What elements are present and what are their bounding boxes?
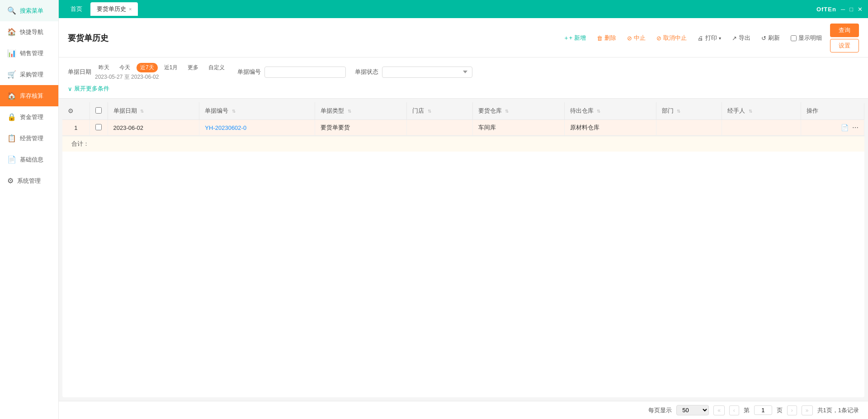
sales-icon: 📊 xyxy=(7,49,16,57)
sidebar: 🔍 搜索菜单 🏠 快捷导航 📊 销售管理 🛒 采购管理 🏠 库存核算 🔒 资金管… xyxy=(0,0,59,419)
delete-icon: 🗑 xyxy=(597,35,603,42)
cell-actions: 📄 ⋯ xyxy=(801,120,864,136)
table-body: 1 2023-06-02 YH-20230602-0 要货单要货 车间库 原材料… xyxy=(62,120,864,136)
expand-more-button[interactable]: ∨ 展开更多条件 xyxy=(68,85,859,93)
show-detail-toggle[interactable]: 显示明细 xyxy=(788,32,825,44)
tab-requisition-history[interactable]: 要货单历史 × xyxy=(90,2,138,16)
col-doc-date: 单据日期 ⇅ xyxy=(108,102,199,120)
sort-icon-doc-date[interactable]: ⇅ xyxy=(140,109,144,114)
status-label: 单据状态 xyxy=(355,68,378,76)
sidebar-item-quick-nav[interactable]: 🏠 快捷导航 xyxy=(0,21,58,43)
status-select[interactable] xyxy=(382,67,472,78)
sidebar-item-finance[interactable]: 🔒 资金管理 xyxy=(0,106,58,128)
first-page-button[interactable]: « xyxy=(713,405,725,415)
delete-button[interactable]: 🗑 删除 xyxy=(594,32,619,44)
col-req-warehouse: 要货仓库 ⇅ xyxy=(472,102,564,120)
inventory-icon: 🏠 xyxy=(7,91,16,100)
date-btn-1month[interactable]: 近1月 xyxy=(160,63,182,72)
last-page-button[interactable]: » xyxy=(802,405,813,415)
cell-handler xyxy=(722,120,801,136)
window-maximize-button[interactable]: □ xyxy=(849,6,853,13)
export-button[interactable]: ↗ 导出 xyxy=(729,32,753,44)
total-records: 共1页，1条记录 xyxy=(817,406,859,414)
table-row: 1 2023-06-02 YH-20230602-0 要货单要货 车间库 原材料… xyxy=(62,120,864,136)
window-minimize-button[interactable]: ─ xyxy=(841,6,845,13)
print-icon: 🖨 xyxy=(698,35,703,42)
page-number-input[interactable] xyxy=(754,405,772,415)
prev-page-button[interactable]: ‹ xyxy=(729,405,739,415)
sort-icon-handler[interactable]: ⇅ xyxy=(749,109,752,114)
filter-row: 单据日期 昨天 今天 近7天 近1月 更多 自定义 2023-05-27 至 2… xyxy=(68,63,859,81)
filter-area: 单据日期 昨天 今天 近7天 近1月 更多 自定义 2023-05-27 至 2… xyxy=(59,57,868,99)
sidebar-item-system[interactable]: ⚙ 系统管理 xyxy=(0,170,58,191)
topbar: 首页 要货单历史 × OfTEn ─ □ ✕ xyxy=(59,0,868,18)
stop-icon: ⊘ xyxy=(627,35,632,42)
page-title: 要货单历史 xyxy=(68,33,108,48)
sidebar-item-inventory[interactable]: 🏠 库存核算 xyxy=(0,85,58,106)
export-icon: ↗ xyxy=(732,35,737,42)
sort-icon-req-warehouse[interactable]: ⇅ xyxy=(505,109,509,114)
refresh-button[interactable]: ↺ 刷新 xyxy=(759,32,783,44)
basic-info-icon: 📄 xyxy=(7,155,16,164)
sort-icon-pending-warehouse[interactable]: ⇅ xyxy=(597,109,600,114)
sidebar-item-sales-mgmt[interactable]: 📊 销售管理 xyxy=(0,43,58,64)
home-icon: 🏠 xyxy=(7,28,16,36)
query-button[interactable]: 查询 xyxy=(830,24,859,37)
doc-no-link[interactable]: YH-20230602-0 xyxy=(205,124,246,131)
doc-no-filter-group: 单据编号 xyxy=(237,67,346,78)
date-btn-today[interactable]: 今天 xyxy=(116,63,134,72)
date-btn-more[interactable]: 更多 xyxy=(184,63,202,72)
sidebar-item-search-menu[interactable]: 🔍 搜索菜单 xyxy=(0,0,58,21)
sort-icon-store[interactable]: ⇅ xyxy=(428,109,431,114)
date-shortcuts: 昨天 今天 近7天 近1月 更多 自定义 xyxy=(95,63,228,72)
print-button[interactable]: 🖨 打印 ▾ xyxy=(695,32,724,44)
window-close-button[interactable]: ✕ xyxy=(858,6,863,13)
col-store: 门店 ⇅ xyxy=(406,102,472,120)
cancel-stop-button[interactable]: ⊘ 取消中止 xyxy=(654,32,689,44)
refresh-icon: ↺ xyxy=(761,35,766,42)
sort-icon-doc-type[interactable]: ⇅ xyxy=(348,109,351,114)
system-icon: ⚙ xyxy=(7,176,14,185)
sort-icon-doc-no[interactable]: ⇅ xyxy=(232,109,236,114)
row-more-icon[interactable]: ⋯ xyxy=(852,124,859,131)
page-header: 要货单历史 ＋ + 新增 🗑 删除 ⊘ 中止 ⊘ 取消中止 xyxy=(59,18,868,57)
sidebar-item-operations[interactable]: 📋 经营管理 xyxy=(0,128,58,149)
finance-icon: 🔒 xyxy=(7,113,16,121)
tab-close-button[interactable]: × xyxy=(129,6,132,12)
content: 要货单历史 ＋ + 新增 🗑 删除 ⊘ 中止 ⊘ 取消中止 xyxy=(59,18,868,419)
table-header-row: ⚙ 单据日期 ⇅ 单据编号 ⇅ xyxy=(62,102,864,120)
row-edit-icon[interactable]: 📄 xyxy=(841,124,849,131)
sort-icon-department[interactable]: ⇅ xyxy=(677,109,680,114)
doc-no-input[interactable] xyxy=(264,67,346,78)
row-checkbox[interactable] xyxy=(95,124,102,130)
tab-home[interactable]: 首页 xyxy=(64,2,89,16)
data-table: ⚙ 单据日期 ⇅ 单据编号 ⇅ xyxy=(62,102,864,136)
col-doc-no: 单据编号 ⇅ xyxy=(199,102,315,120)
new-button[interactable]: ＋ + 新增 xyxy=(561,32,589,44)
pagination: 每页显示 50 20 100 « ‹ 第 页 › » 共1页，1条记录 xyxy=(59,401,868,419)
print-chevron-down-icon: ▾ xyxy=(719,36,721,41)
add-icon: ＋ xyxy=(563,34,569,42)
stop-button[interactable]: ⊘ 中止 xyxy=(624,32,648,44)
col-checkbox xyxy=(90,102,108,120)
search-menu-icon: 🔍 xyxy=(7,6,16,15)
table-settings-icon[interactable]: ⚙ xyxy=(68,107,74,114)
topbar-right: OfTEn ─ □ ✕ xyxy=(816,6,863,13)
date-btn-custom[interactable]: 自定义 xyxy=(205,63,228,72)
show-detail-checkbox[interactable] xyxy=(791,35,797,41)
date-btn-yesterday[interactable]: 昨天 xyxy=(95,63,113,72)
col-pending-warehouse: 待出仓库 ⇅ xyxy=(564,102,656,120)
date-btn-7days[interactable]: 近7天 xyxy=(137,63,158,72)
chevron-down-icon: ∨ xyxy=(68,86,72,92)
cell-pending-warehouse: 原材料仓库 xyxy=(564,120,656,136)
per-page-select[interactable]: 50 20 100 xyxy=(676,405,709,415)
next-page-button[interactable]: › xyxy=(787,405,797,415)
sidebar-item-basic-info[interactable]: 📄 基础信息 xyxy=(0,149,58,170)
set-button[interactable]: 设置 xyxy=(830,39,859,52)
purchase-icon: 🛒 xyxy=(7,70,16,79)
doc-no-label: 单据编号 xyxy=(237,68,261,76)
col-department: 部门 ⇅ xyxy=(656,102,722,120)
select-all-checkbox[interactable] xyxy=(95,107,102,114)
sidebar-item-purchase-mgmt[interactable]: 🛒 采购管理 xyxy=(0,64,58,85)
date-range-display: 2023-05-27 至 2023-06-02 xyxy=(95,73,228,81)
